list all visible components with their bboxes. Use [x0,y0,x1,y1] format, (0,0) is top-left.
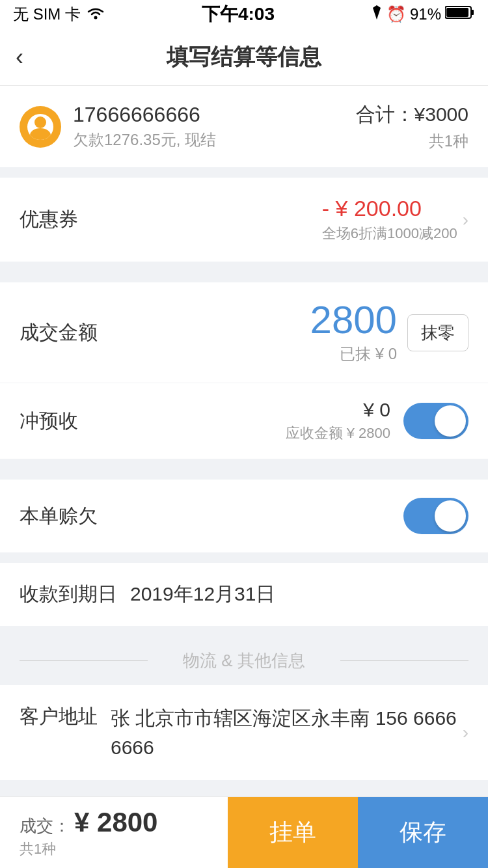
chong-toggle[interactable] [403,403,468,439]
coupon-desc: 全场6折满1000减200 [322,224,457,243]
user-text: 17666666666 欠款1276.35元, 现结 [73,103,216,150]
bottom-deal-amount: ¥ 2800 [74,807,157,838]
fuzero-button[interactable]: 抹零 [407,314,468,351]
coupon-chevron-icon: › [463,210,468,230]
deal-section: 成交金额 2800 已抹 ¥ 0 抹零 冲预收 ¥ 0 应收金额 ¥ 2800 [0,282,488,459]
divider-2 [0,469,488,480]
user-count: 共1种 [356,131,468,152]
address-label: 客户地址 [20,703,98,730]
deal-row: 成交金额 2800 已抹 ¥ 0 抹零 [0,282,488,383]
chong-val: ¥ 0 [286,399,390,421]
bottom-deal-label: 成交： [20,815,70,837]
coupon-amount: - ¥ 200.00 [322,196,457,221]
user-info-left: 17666666666 欠款1276.35元, 现结 [20,103,216,150]
address-value: 张 北京市市辖区海淀区永丰南 156 6666 6666 [111,703,457,762]
svg-rect-3 [446,8,468,17]
battery-label: 91% [410,5,441,23]
coupon-section: 优惠券 - ¥ 200.00 全场6折满1000减200 › [0,178,488,262]
status-left: 无 SIM 卡 [13,4,105,25]
coupon-label: 优惠券 [20,206,78,233]
divider-1 [0,272,488,282]
chong-row: 冲预收 ¥ 0 应收金额 ¥ 2800 [0,383,488,459]
hang-single-button[interactable]: 挂单 [228,797,358,869]
bottom-count: 共1种 [20,839,208,859]
user-total: 合计：¥3000 [356,102,468,128]
logistics-text: 物流 & 其他信息 [183,649,305,672]
coupon-row[interactable]: 优惠券 - ¥ 200.00 全场6折满1000减200 › [0,178,488,262]
coupon-amount-col: - ¥ 200.00 全场6折满1000减200 [322,196,457,243]
deal-amount: 2800 [310,301,397,340]
address-section[interactable]: 客户地址 张 北京市市辖区海淀区永丰南 156 6666 6666 › [0,685,488,780]
date-label: 收款到期日 [20,581,117,608]
user-card: 17666666666 欠款1276.35元, 现结 合计：¥3000 共1种 [0,86,488,167]
logistics-line-left [20,660,148,661]
page-title: 填写结算等信息 [167,42,321,72]
chong-right: ¥ 0 应收金额 ¥ 2800 [286,399,468,443]
sheqian-toggle-knob [435,500,466,532]
bottom-deal: 成交： ¥ 2800 [20,807,208,838]
deal-sub: 已抹 ¥ 0 [310,344,397,364]
address-chevron-icon: › [463,722,468,743]
back-button[interactable]: ‹ [16,44,23,71]
wifi-icon [86,5,105,23]
user-phone: 17666666666 [73,103,216,127]
avatar [20,106,61,148]
logistics-line-right [340,660,468,661]
chong-toggle-knob [435,405,466,437]
battery-icon [445,5,475,23]
chong-sub: 应收金额 ¥ 2800 [286,424,390,443]
bottom-summary: 成交： ¥ 2800 共1种 [0,807,228,859]
sheqian-label: 本单赊欠 [20,503,98,530]
main-content: 17666666666 欠款1276.35元, 现结 合计：¥3000 共1种 … [0,86,488,868]
sim-label: 无 SIM 卡 [13,4,81,25]
svg-point-0 [94,16,98,20]
user-total-right: 合计：¥3000 共1种 [356,102,468,152]
nav-bar: ‹ 填写结算等信息 [0,29,488,86]
save-button[interactable]: 保存 [358,797,488,869]
deal-amount-col: 2800 已抹 ¥ 0 [310,301,397,364]
location-icon [371,5,383,23]
date-value: 2019年12月31日 [130,581,275,608]
alarm-icon: ⏰ [386,5,406,23]
chong-label: 冲预收 [20,408,78,435]
status-time: 下午4:03 [202,2,275,27]
coupon-right: - ¥ 200.00 全场6折满1000减200 › [322,196,468,243]
sheqian-toggle[interactable] [403,498,468,534]
address-right: 张 北京市市辖区海淀区永丰南 156 6666 6666 › [111,703,468,762]
svg-rect-2 [471,10,474,15]
chong-val-col: ¥ 0 应收金额 ¥ 2800 [286,399,390,443]
sheqian-section: 本单赊欠 [0,480,488,552]
status-right: ⏰ 91% [371,5,475,23]
deal-label: 成交金额 [20,319,98,346]
logistics-divider: 物流 & 其他信息 [0,636,488,685]
avatar-icon [27,114,53,140]
bottom-bar: 成交： ¥ 2800 共1种 挂单 保存 [0,796,488,868]
user-debt: 欠款1276.35元, 现结 [73,129,216,150]
date-section: 收款到期日 2019年12月31日 [0,563,488,626]
deal-right: 2800 已抹 ¥ 0 抹零 [310,301,468,364]
status-bar: 无 SIM 卡 下午4:03 ⏰ 91% [0,0,488,29]
